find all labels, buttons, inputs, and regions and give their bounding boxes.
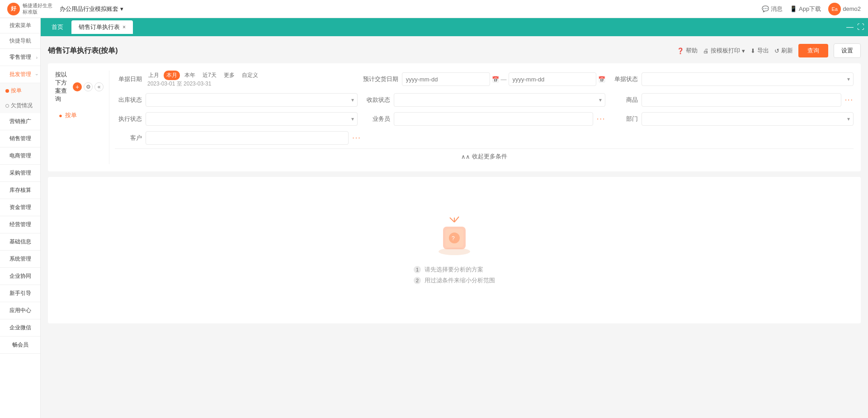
filter-date: 单据日期 上月 本月 本年 近7天 更多 自定义 xyxy=(115,71,358,88)
expected-date-range: 📅 — 📅 xyxy=(402,72,606,86)
filter-department: 部门 xyxy=(611,112,854,126)
collapse-button[interactable]: ∧∧ 收起更多条件 xyxy=(461,152,507,161)
department-select[interactable] xyxy=(642,112,854,126)
sidebar-item-appstore[interactable]: 应用中心 xyxy=(0,302,40,319)
expected-date-end[interactable] xyxy=(509,72,597,86)
print-button[interactable]: 🖨 按模板打印 ▾ xyxy=(703,47,745,55)
status-select[interactable] xyxy=(642,72,854,86)
filter-row-2: 出库状态 收款状态 xyxy=(115,93,854,107)
step-num-1: 1 xyxy=(414,266,421,273)
sidebar-item-inventory[interactable]: 库存核算 xyxy=(0,182,40,199)
date-btn-7days[interactable]: 近7天 xyxy=(200,71,219,80)
sidebar-item-guide[interactable]: 新手引导 xyxy=(0,285,40,302)
tab-close-icon[interactable]: × xyxy=(123,24,126,30)
sidebar-item-retail[interactable]: 零售管理 › xyxy=(0,49,40,66)
app-download-button[interactable]: 📱 App下载 xyxy=(790,5,821,13)
expected-date-start[interactable] xyxy=(402,72,490,86)
tab-maximize-icon[interactable]: ⛶ xyxy=(857,23,864,31)
tab-bar-actions: — ⛶ xyxy=(846,23,864,31)
salesperson-more-icon[interactable]: ··· xyxy=(597,115,605,123)
content-area: 首页 销售订单执行表 × — ⛶ 销售订单执行表(按单) ❓ 帮助 xyxy=(41,18,868,418)
chevron-right-icon: › xyxy=(36,55,38,60)
sidebar-item-marketing[interactable]: 营销推广 xyxy=(0,113,40,130)
top-bar-right: 💬 消息 📱 App下载 Ea demo2 xyxy=(762,3,861,15)
message-button[interactable]: 💬 消息 xyxy=(762,5,783,13)
sidebar-item-purchase[interactable]: 采购管理 xyxy=(0,165,40,182)
filter-exec-status: 执行状态 xyxy=(115,112,358,126)
filter-status: 单据状态 xyxy=(611,72,854,86)
scheme-list: ● 按单 xyxy=(55,109,104,122)
calendar-end-icon[interactable]: 📅 xyxy=(598,76,605,83)
date-quick-buttons: 上月 本月 本年 近7天 更多 自定义 xyxy=(146,71,358,80)
message-icon: 💬 xyxy=(762,5,769,12)
customer-input[interactable] xyxy=(146,131,349,145)
filter-salesperson: 业务员 ··· xyxy=(363,112,606,126)
empty-state: ? 1 请先选择要分析的方案 2 用过滤条件来缩小分析范围 xyxy=(48,177,861,323)
filter-main: 按以下方案查询 + ⚙ « ● 按单 xyxy=(55,71,854,164)
date-btn-more[interactable]: 更多 xyxy=(221,71,237,80)
page-actions: ❓ 帮助 🖨 按模板打印 ▾ ⬇ 导出 ↺ 刷新 xyxy=(677,43,861,58)
query-button[interactable]: 查询 xyxy=(798,44,828,57)
sidebar-item-wholesale[interactable]: 批发管理 › xyxy=(0,66,40,83)
sidebar-item-operations[interactable]: 经营管理 xyxy=(0,216,40,233)
scheme-setting-button[interactable]: ⚙ xyxy=(84,82,93,91)
date-btn-this-month[interactable]: 本月 xyxy=(164,71,180,80)
filter-controls: 单据日期 上月 本月 本年 近7天 更多 自定义 xyxy=(115,71,854,164)
collapse-bar: ∧∧ 收起更多条件 xyxy=(115,148,854,164)
sidebar-item-sales[interactable]: 销售管理 xyxy=(0,130,40,147)
sidebar-item-member[interactable]: 畅会员 xyxy=(0,337,40,354)
help-button[interactable]: ❓ 帮助 xyxy=(677,47,698,55)
top-bar: 好 畅捷通好生意 标准版 办公用品行业模拟账套 ▾ 💬 消息 📱 App下载 E… xyxy=(0,0,868,18)
refresh-icon: ↺ xyxy=(774,48,779,54)
exec-status-select[interactable] xyxy=(146,112,358,126)
svg-line-3 xyxy=(450,218,454,222)
company-selector[interactable]: 办公用品行业模拟账套 ▾ xyxy=(56,5,127,13)
scheme-item-order[interactable]: ● 按单 xyxy=(55,109,104,122)
refresh-button[interactable]: ↺ 刷新 xyxy=(774,47,793,55)
payment-status-select[interactable] xyxy=(394,93,606,107)
filter-panel: 按以下方案查询 + ⚙ « ● 按单 xyxy=(48,63,861,171)
sidebar-item-enterprise[interactable]: 企业协同 xyxy=(0,268,40,285)
sidebar-sub-wholesale: 按单 欠货情况 xyxy=(0,83,40,113)
calendar-start-icon[interactable]: 📅 xyxy=(492,76,499,83)
export-icon: ⬇ xyxy=(750,48,755,54)
sidebar-item-ecommerce[interactable]: 电商管理 xyxy=(0,147,40,165)
scheme-add-button[interactable]: + xyxy=(73,82,82,91)
filter-row-4: 客户 ··· xyxy=(115,131,854,145)
goods-input[interactable] xyxy=(642,93,841,107)
sidebar-search[interactable]: 搜索菜单 xyxy=(0,18,40,33)
sidebar-item-weixin[interactable]: 企业微信 xyxy=(0,319,40,337)
settings-button[interactable]: 设置 xyxy=(834,43,861,58)
scheme-collapse-button[interactable]: « xyxy=(94,82,104,91)
export-button[interactable]: ⬇ 导出 xyxy=(750,47,769,55)
delivery-status-select[interactable] xyxy=(146,93,358,107)
sidebar-sub-item-debt[interactable]: 欠货情况 xyxy=(0,98,40,113)
inactive-dot-icon xyxy=(5,104,9,108)
sidebar-item-base[interactable]: 基础信息 xyxy=(0,233,40,251)
date-btn-custom[interactable]: 自定义 xyxy=(239,71,261,80)
customer-more-icon[interactable]: ··· xyxy=(352,134,361,142)
logo-text: 畅捷通好生意 标准版 xyxy=(23,3,52,14)
page-header: 销售订单执行表(按单) ❓ 帮助 🖨 按模板打印 ▾ ⬇ 导出 xyxy=(48,43,861,58)
sidebar-item-system[interactable]: 系统管理 xyxy=(0,251,40,268)
tab-sales-order[interactable]: 销售订单执行表 × xyxy=(71,20,133,34)
tab-minimize-icon[interactable]: — xyxy=(846,23,854,31)
avatar: Ea xyxy=(828,3,841,15)
salesperson-input[interactable] xyxy=(394,112,593,126)
empty-step-1: 1 请先选择要分析的方案 xyxy=(414,266,495,274)
help-icon: ❓ xyxy=(677,48,684,54)
filter-payment-status: 收款状态 xyxy=(363,93,606,107)
step-num-2: 2 xyxy=(414,277,421,284)
tab-home[interactable]: 首页 xyxy=(44,20,71,34)
user-profile[interactable]: Ea demo2 xyxy=(828,3,861,15)
page-content: 销售订单执行表(按单) ❓ 帮助 🖨 按模板打印 ▾ ⬇ 导出 xyxy=(41,36,868,418)
goods-more-icon[interactable]: ··· xyxy=(845,96,854,104)
filter-expected-date: 预计交货日期 📅 — 📅 xyxy=(363,72,606,86)
sidebar-sub-item-order[interactable]: 按单 xyxy=(0,83,40,98)
empty-steps: 1 请先选择要分析的方案 2 用过滤条件来缩小分析范围 xyxy=(414,266,495,287)
sidebar-item-finance[interactable]: 资金管理 xyxy=(0,199,40,216)
date-btn-this-year[interactable]: 本年 xyxy=(182,71,198,80)
date-btn-last-month[interactable]: 上月 xyxy=(146,71,162,80)
sidebar-quick-nav[interactable]: 快捷导航 xyxy=(0,33,40,49)
filter-row-3: 执行状态 业务员 ··· 部门 xyxy=(115,112,854,126)
